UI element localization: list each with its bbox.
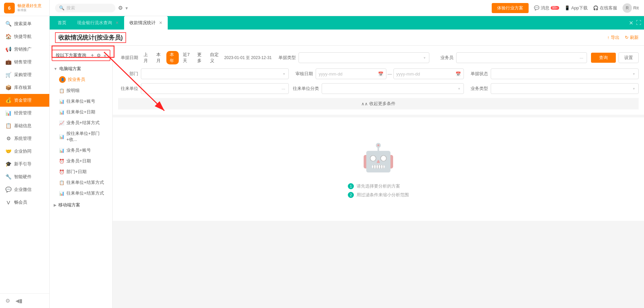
scheme-item-unit-date[interactable]: 📊 往来单位+日期 — [50, 107, 112, 117]
scheme-add-icon[interactable]: + — [91, 52, 94, 58]
pc-section-label: 电脑端方案 — [59, 66, 81, 72]
partner-input[interactable]: ··· — [141, 83, 289, 94]
calendar-start-icon[interactable]: 📅 — [378, 71, 383, 76]
user-area[interactable]: R Rit — [623, 3, 639, 13]
sidebar-item-hardware[interactable]: 🔧智能硬件 — [0, 170, 49, 183]
scheme-item-by-unit-dept[interactable]: 📊 按往来单位+部门+收... — [50, 128, 112, 145]
dept-input[interactable]: ▾ — [141, 68, 289, 79]
date-tab-custom[interactable]: 自定义 — [207, 51, 222, 64]
sidebar-item-enterprise[interactable]: 🤝企业协同 — [0, 145, 49, 158]
sidebar-item-operations[interactable]: 📊经营管理 — [0, 107, 49, 119]
tab-receipt-stats[interactable]: 收款情况统计 ✕ — [124, 16, 168, 30]
calendar-end-icon[interactable]: 📅 — [455, 71, 461, 76]
tab-bank-flow-close[interactable]: ✕ — [115, 20, 119, 25]
scheme-collapse-icon[interactable]: « — [104, 53, 106, 58]
mobile-section-arrow-icon: ▶ — [54, 203, 56, 207]
sidebar-gear-icon[interactable]: ⚙ — [5, 298, 10, 304]
tab-home[interactable]: 首页 — [52, 17, 72, 29]
header-gear-icon[interactable]: ⚙ — [118, 5, 123, 11]
sidebar-item-search[interactable]: 🔍搜索菜单 — [0, 17, 49, 30]
collapse-up-icon: ∧∧ — [361, 101, 368, 106]
voucher-type-input[interactable]: ▾ — [299, 52, 429, 63]
partner-category-input[interactable]: ▾ — [322, 83, 464, 94]
sidebar-item-finance[interactable]: 💰资金管理 — [0, 94, 49, 107]
salesperson-payment-icon: 📈 — [59, 120, 64, 125]
scheme-item-unit-payment1-label: 往来单位+结算方式 — [66, 179, 104, 186]
sidebar-item-marketing[interactable]: 📢营销推广 — [0, 43, 49, 56]
sidebar-item-sales[interactable]: 💼销售管理 — [0, 56, 49, 68]
biz-type-input[interactable]: ▾ — [491, 83, 639, 94]
date-tab-more[interactable]: 更多 — [195, 51, 206, 64]
sidebar-collapse-icon[interactable]: ◀▮ — [15, 298, 22, 304]
logo-badge: 标准版 — [17, 8, 42, 12]
unit-payment2-icon: 📊 — [59, 191, 64, 196]
by-unit-dept-icon: 📊 — [59, 134, 64, 139]
date-tab-last-month[interactable]: 上月 — [141, 51, 152, 64]
sidebar-item-member[interactable]: V畅会员 — [0, 196, 49, 209]
scheme-item-salesperson-payment[interactable]: 📈 业务员+结算方式 — [50, 117, 112, 128]
scheme-section-mobile-title[interactable]: ▶ 移动端方案 — [50, 200, 112, 210]
date-tab-this-year[interactable]: 本年 — [166, 51, 179, 64]
scheme-item-by-detail[interactable]: 📋 按明细 — [50, 85, 112, 96]
tab-bank-flow[interactable]: 现金银行流水查询 ✕ — [72, 16, 124, 30]
tab-maximize-icon[interactable]: ⛶ — [636, 20, 641, 26]
scheme-header: 按以下方案查询 + ⚙ « — [52, 50, 110, 61]
filter-item-biz-type: 业务类型 ▾ — [468, 83, 639, 94]
scheme-item-salesperson-date[interactable]: ⏰ 业务员+日期 — [50, 156, 112, 166]
scheme-section-pc-title[interactable]: ▼ 电脑端方案 — [50, 64, 112, 74]
guide-icon: 🎓 — [5, 161, 11, 167]
review-date-end[interactable]: yyyy-mm-dd 📅 — [393, 68, 464, 79]
online-service-action[interactable]: 🎧 在线客服 — [593, 5, 617, 11]
date-tab-this-month[interactable]: 本月 — [154, 51, 165, 64]
date-label: 单据日期 — [118, 55, 138, 61]
scheme-header-icons: + ⚙ « — [91, 52, 106, 58]
scheme-item-by-salesperson[interactable]: 👤 按业务员 — [50, 74, 112, 85]
app-download-label: App下载 — [571, 5, 588, 11]
scheme-item-by-detail-label: 按明细 — [66, 88, 79, 94]
empty-step-1: 1 请先选择要分析的方案 — [348, 183, 409, 189]
voucher-status-input[interactable]: ▾ — [491, 68, 639, 79]
tab-close-all-icon[interactable]: ✕ — [629, 20, 633, 26]
trial-button[interactable]: 体验行业方案 — [492, 3, 529, 13]
sidebar-item-quick-nav[interactable]: 🏠快捷导航 — [0, 30, 49, 43]
salesperson-input[interactable]: ··· — [456, 52, 587, 63]
refresh-button[interactable]: ↻ 刷新 — [625, 35, 639, 41]
salesperson-more-icon[interactable]: ··· — [580, 55, 583, 60]
sidebar-item-basic[interactable]: 📋基础信息 — [0, 119, 49, 132]
mobile-section-label: 移动端方案 — [58, 202, 80, 208]
messages-action[interactable]: 💬 消息 99+ — [534, 5, 559, 11]
tab-receipt-stats-close[interactable]: ✕ — [159, 20, 162, 25]
marketing-icon: 📢 — [5, 46, 11, 52]
sidebar-item-system[interactable]: ⚙系统管理 — [0, 132, 49, 145]
review-date-start[interactable]: yyyy-mm-dd 📅 — [316, 68, 386, 79]
export-button[interactable]: ↑ 导出 — [607, 35, 620, 41]
date-tab-last7[interactable]: 近7天 — [180, 51, 193, 64]
scheme-settings-icon[interactable]: ⚙ — [97, 53, 101, 58]
scheme-item-unit-account[interactable]: 📊 往来单位+账号 — [50, 96, 112, 107]
refresh-label: 刷新 — [630, 35, 639, 41]
scheme-item-unit-payment2[interactable]: 📊 往来单位+结算方式 — [50, 188, 112, 199]
scheme-item-dept-date[interactable]: ⏰ 部门+日期 — [50, 166, 112, 177]
header-dropdown-icon[interactable]: ▾ — [125, 5, 128, 11]
app-download-action[interactable]: 📱 App下载 — [565, 5, 588, 11]
content-area: 按以下方案查询 + ⚙ « ▼ 电脑端方案 👤 — [50, 46, 644, 308]
filter-item-review-date: 审核日期 yyyy-mm-dd 📅 — yyyy-mm-dd 📅 — [293, 68, 464, 79]
settings-button[interactable]: 设置 — [619, 52, 639, 63]
sidebar-item-marketing-label: 营销推广 — [14, 46, 32, 52]
sidebar-item-guide[interactable]: 🎓新手引导 — [0, 158, 49, 170]
tab-bar-right: ✕ ⛶ — [629, 20, 641, 26]
header-search-area[interactable]: 🔍 搜索 — [55, 4, 115, 12]
basic-icon: 📋 — [5, 123, 11, 129]
enterprise-icon: 🤝 — [5, 148, 11, 154]
sidebar-item-purchase[interactable]: 🛒采购管理 — [0, 68, 49, 81]
scheme-item-unit-payment1[interactable]: 📋 往来单位+结算方式 — [50, 177, 112, 188]
scheme-item-salesperson-account[interactable]: 📊 业务员+账号 — [50, 145, 112, 156]
partner-more-icon[interactable]: ··· — [281, 86, 285, 91]
query-button[interactable]: 查询 — [591, 53, 616, 63]
sidebar-item-wechat[interactable]: 💬企业微信 — [0, 183, 49, 196]
sidebar-item-inventory[interactable]: 📦库存核算 — [0, 81, 49, 94]
empty-text-area: 1 请先选择要分析的方案 2 用过滤条件来缩小分析范围 — [348, 183, 409, 201]
messages-badge: 99+ — [551, 6, 559, 10]
step-1-text: 请先选择要分析的方案 — [357, 183, 400, 189]
collapse-conditions-button[interactable]: ∧∧ 收起更多条件 — [118, 98, 639, 109]
